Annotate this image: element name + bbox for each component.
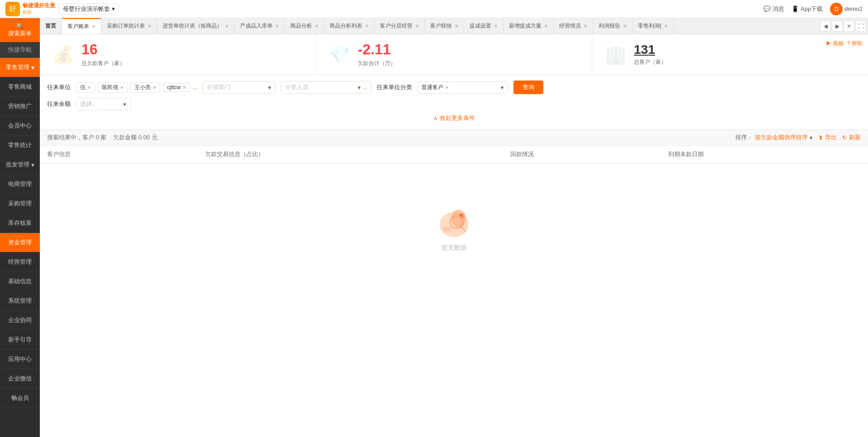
company-filter-tags: 伍 ✕ 陈民强 ✕ 王小亮 ✕ cjttcw ✕ — [76, 82, 197, 93]
top-bar-right: 💬 消息 📱 App下载 D demo2 — [763, 3, 863, 15]
category-filter-select[interactable]: 普通客户 ✕ ▾ — [417, 81, 508, 94]
tab-profit-report[interactable]: 利润报告 ✕ — [593, 18, 633, 34]
sidebar-item-operations[interactable]: 经营管理 — [0, 252, 40, 272]
dept-filter-select[interactable]: 分管部门 ▾ — [203, 81, 275, 94]
filter-tag-wu[interactable]: 伍 ✕ — [76, 82, 95, 93]
tab-cost-entry[interactable]: 产成品入库单 ✕ — [235, 18, 285, 34]
remove-tag-cjttcw[interactable]: ✕ — [182, 85, 186, 90]
tab-customer-segment[interactable]: 客户分层经营 ✕ — [374, 18, 425, 34]
total-customers-number: 16 — [82, 42, 125, 57]
result-bar: 搜索结果中，客户 0 家 欠款金额 0.00 元 排序： 按欠款金额倒序排序 ▾ — [40, 130, 868, 146]
tab-prev-button[interactable]: ◀ — [820, 21, 831, 32]
sidebar-item-retail-mgmt[interactable]: 零售管理 ▾ — [0, 58, 40, 77]
sort-select[interactable]: 排序： 按欠款金额倒序排序 ▾ — [735, 133, 813, 142]
tab-next-button[interactable]: ▶ — [832, 21, 843, 32]
export-icon: ⬆ — [818, 134, 823, 141]
filter-tag-wang[interactable]: 王小亮 ✕ — [130, 82, 160, 93]
tab-customer-debt[interactable]: 客户账本 ✕ — [62, 18, 101, 34]
tab-maximize-button[interactable]: ⛶ — [855, 21, 866, 32]
tab-home[interactable]: 首页 — [40, 18, 62, 34]
collapse-button[interactable]: ∧ 收起更多条件 — [47, 114, 861, 122]
refresh-button[interactable]: ↻ 刷新 — [842, 133, 861, 142]
remove-tag-normal[interactable]: ✕ — [445, 85, 449, 90]
sidebar-item-purchase[interactable]: 采购管理 — [0, 194, 40, 214]
chevron-up-icon: ∧ — [433, 115, 438, 122]
tab-operations-status[interactable]: 经营情况 ✕ — [554, 18, 593, 34]
sidebar-item-enterprise[interactable]: 企业协同 — [0, 311, 40, 330]
user-avatar[interactable]: D demo2 — [830, 3, 863, 15]
tab-raise-settings[interactable]: 提成设置 ✕ — [464, 18, 504, 34]
balance-filter-select[interactable]: 选择... ▾ — [76, 98, 130, 110]
sidebar-item-finance[interactable]: 资金管理 — [0, 233, 40, 252]
filter-more-tags[interactable]: ... — [193, 84, 197, 90]
tab-close-contact[interactable]: ✕ — [455, 24, 458, 28]
tab-close-goods-list[interactable]: ✕ — [365, 24, 369, 28]
app-download-button[interactable]: 📱 App下载 — [791, 5, 823, 13]
total-count-number: 131 — [634, 43, 667, 57]
remove-tag-chen[interactable]: ✕ — [120, 85, 124, 90]
manager-more[interactable]: ... — [363, 84, 367, 90]
sidebar-item-member[interactable]: 会员中心 — [0, 116, 40, 136]
sidebar-item-app-center[interactable]: 应用中心 — [0, 350, 40, 369]
tab-close-purchase[interactable]: ✕ — [148, 24, 151, 28]
sidebar-item-retail-stat[interactable]: 零售统计 — [0, 136, 40, 155]
tab-goods-analysis[interactable]: 商品分析 ✕ — [285, 18, 324, 34]
tab-close-customer-debt[interactable]: ✕ — [92, 24, 96, 29]
tab-goods-purchase-stat[interactable]: 进货单统计表（按商品） ✕ — [157, 18, 235, 34]
empty-text: 暂无数据 — [441, 244, 467, 252]
tab-retail-profit[interactable]: 零售利润( ✕ — [633, 18, 674, 34]
tab-customer-contact[interactable]: 客户联络 ✕ — [425, 18, 464, 34]
sidebar-item-newbie[interactable]: 新手引导 — [0, 330, 40, 350]
balance-filter-label: 往来余额 — [47, 100, 71, 108]
stat-values-debt: -2.11 欠款合计（万） — [358, 42, 396, 67]
tab-close-ops[interactable]: ✕ — [584, 24, 587, 28]
tab-purchase-order[interactable]: 采购订单统计表 ✕ — [101, 18, 157, 34]
filter-tag-chen[interactable]: 陈民强 ✕ — [98, 82, 128, 93]
tab-close-new-raise[interactable]: ✕ — [544, 24, 548, 28]
tab-close-segment[interactable]: ✕ — [415, 24, 419, 28]
video-button[interactable]: ▶ 视频 — [826, 40, 844, 48]
message-button[interactable]: 💬 消息 — [763, 5, 784, 13]
sidebar-item-retail-store[interactable]: 零售商城 — [0, 77, 40, 97]
data-table: 客户信息 欠款交易信息（占比） 回款情况 到期未款日期 — [40, 146, 868, 288]
account-selector[interactable]: 母婴行业演示帐套 ▾ — [59, 4, 119, 14]
export-button[interactable]: ⬆ 导出 — [818, 133, 837, 142]
remove-tag-wu[interactable]: ✕ — [87, 85, 91, 90]
sidebar-quick-nav[interactable]: 快捷导航 — [0, 42, 40, 58]
sidebar-search[interactable]: 🔍 搜索菜单 — [0, 18, 40, 42]
sidebar-item-vip[interactable]: 畅会员 — [0, 389, 40, 408]
empty-svg — [434, 200, 475, 240]
page-content: 💰 16 总欠款客户（家） 💎 -2.11 欠款合计（万） 🏢 — [40, 34, 868, 437]
col-customer-info: 客户信息 — [40, 146, 198, 163]
tab-new-raise-plan[interactable]: 新增提成方案 ✕ — [504, 18, 554, 34]
query-button[interactable]: 查询 — [513, 81, 543, 94]
tab-close-retail[interactable]: ✕ — [664, 24, 668, 28]
chevron-icon-2: ▾ — [31, 162, 34, 168]
sidebar-item-basic-info[interactable]: 基础信息 — [0, 272, 40, 291]
tab-bar: 首页 客户账本 ✕ 采购订单统计表 ✕ 进货单统计表（按商品） ✕ 产成品入库单… — [40, 18, 868, 34]
tab-close-cost[interactable]: ✕ — [275, 24, 279, 28]
tab-close-profit[interactable]: ✕ — [623, 24, 627, 28]
filter-row-2: 往来余额 选择... ▾ — [47, 98, 861, 110]
help-button[interactable]: ? 帮助 — [847, 40, 863, 48]
sidebar-item-wholesale[interactable]: 批发管理 ▾ — [0, 155, 40, 175]
remove-tag-wang[interactable]: ✕ — [153, 85, 156, 90]
refresh-icon: ↻ — [842, 134, 847, 141]
sidebar-item-system[interactable]: 系统管理 — [0, 291, 40, 311]
sidebar-item-ecommerce[interactable]: 电商管理 — [0, 175, 40, 194]
filter-tag-normal-customer[interactable]: 普通客户 ✕ — [422, 84, 449, 91]
tab-close-all-button[interactable]: ✕ — [844, 21, 854, 32]
filter-tag-cjttcw[interactable]: cjttcw ✕ — [163, 83, 190, 92]
tab-close-raise[interactable]: ✕ — [494, 24, 498, 28]
sidebar-item-marketing[interactable]: 营销推广 — [0, 97, 40, 116]
sidebar-item-inventory[interactable]: 库存核算 — [0, 214, 40, 233]
manager-filter-select[interactable]: 分管人员 ▾ ... — [281, 81, 371, 94]
sidebar-item-wechat[interactable]: 企业微信 — [0, 369, 40, 389]
tab-close-goods-stat[interactable]: ✕ — [225, 24, 229, 28]
tab-goods-analysis-list[interactable]: 商品分析列表 ✕ — [324, 18, 374, 34]
stat-total-count: 🏢 131 总客户（家） ▶ 视频 ? 帮助 — [592, 34, 868, 75]
avatar-image: D — [830, 3, 843, 15]
empty-illustration — [434, 200, 475, 240]
logo-text: 畅捷通好生意 标版 — [23, 2, 55, 15]
tab-close-goods-analysis[interactable]: ✕ — [315, 24, 318, 28]
